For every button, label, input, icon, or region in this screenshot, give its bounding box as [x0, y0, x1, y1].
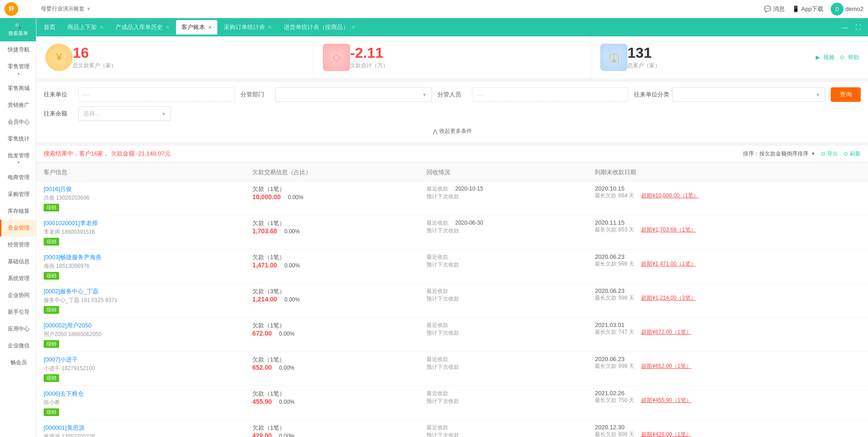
tab-customer-account[interactable]: 客户账本 ✕ [176, 20, 217, 35]
overdue-amount-link[interactable]: 超期¥652.00（1笔） [641, 363, 691, 369]
filter-area: 往来单位 ··· 分管部门 ▼ [36, 82, 868, 142]
cell-customer-6: [0006]去下粮仓 陈小希 现销 [36, 386, 245, 420]
overdue-days: 最长欠款 853 天 超期¥1,703.68（1笔） [595, 226, 861, 234]
due-date: 2020.06.23 [595, 287, 861, 294]
help-label[interactable]: 帮助 [848, 54, 859, 61]
overdue-amount-link[interactable]: 超期¥429.00（1笔） [641, 431, 691, 437]
overdue-amount-link[interactable]: 超期¥672.00（1笔） [641, 329, 691, 335]
sidebar-item-ops[interactable]: 经营管理 [0, 236, 36, 253]
stat-total-customers-text: 131 总客户（家） [627, 45, 660, 70]
col-customer-info: 客户信息 [36, 164, 245, 181]
view-label[interactable]: 视频 [823, 54, 834, 61]
tab-product-shelf-close[interactable]: ✕ [100, 25, 104, 30]
customer-name-link[interactable]: [0007]小进干 [44, 356, 78, 363]
stat-view-help: ▶ 视频 ⊙ 帮助 [816, 54, 859, 61]
cell-recovery-6: 最近收款 预计下次收款 [419, 386, 588, 420]
debt-amount[interactable]: 1,471.00 [252, 261, 277, 269]
tab-minimize-btn[interactable]: — [841, 23, 850, 32]
search-button[interactable]: 查询 [831, 87, 861, 102]
table-row: [000001]黄思源 黄思源 13552700226 现销 欠款（1笔） 42… [36, 420, 868, 437]
overdue-amount-link[interactable]: 超期¥1,703.68（1笔） [641, 226, 696, 233]
tab-inventory-stats[interactable]: 进货单统计表（按商品） ✕ [278, 20, 361, 35]
overdue-amount-link[interactable]: 超期¥455.90（1笔） [641, 397, 691, 403]
debt-amount[interactable]: 1,214.00 [252, 296, 277, 303]
filter-manager-input[interactable]: ··· [472, 87, 629, 102]
sidebar-item-apps[interactable]: 应用中心 [0, 321, 36, 337]
debt-amount[interactable]: 672.00 [252, 330, 272, 337]
sidebar-item-newbie[interactable]: 新手引导 [0, 304, 36, 321]
tab-purchase-order-label: 采购订单统计表 [224, 23, 265, 31]
sidebar-item-purchase[interactable]: 采购管理 [0, 186, 36, 203]
overdue-amount-link[interactable]: 超期¥1,471.00（1笔） [641, 261, 696, 267]
tab-product-history[interactable]: 产成品入库单历史 ✕ [110, 20, 175, 35]
sidebar-item-retail-stats[interactable]: 零售统计 [0, 131, 36, 147]
message-btn[interactable]: 💬 消息 [764, 5, 785, 13]
table-row: [0006]去下粮仓 陈小希 现销 欠款（1笔） 455.90 0.00% 最近… [36, 386, 868, 420]
recovery-last-payment: 最近收款 [426, 321, 581, 329]
sidebar-item-batch-mgmt[interactable]: 批发管理 ▼ [0, 147, 36, 169]
sidebar-item-basic[interactable]: 基础信息 [0, 253, 36, 270]
sidebar-item-marketing[interactable]: 营销推广 [0, 97, 36, 114]
debt-amount[interactable]: 10,000.00 [252, 193, 281, 201]
cell-recovery-1: 最近收款 2020-06-30 预计下次收款 [419, 216, 588, 250]
sidebar-item-retail-mgmt[interactable]: 零售管理 ▲ [0, 58, 36, 80]
help-toggle: ⊙ 帮助 [840, 54, 859, 61]
app-download-btn[interactable]: 📱 App下载 [792, 5, 823, 13]
app-icon: 📱 [792, 5, 799, 12]
sidebar-item-quick-nav[interactable]: 快捷导航 [0, 41, 36, 58]
cell-due-6: 2021.02.26 最长欠款 750 天 超期¥455.90（1笔） [587, 386, 868, 420]
sidebar-item-ecommerce[interactable]: 电商管理 [0, 169, 36, 186]
user-menu[interactable]: D demo2 [831, 3, 863, 15]
debt-amount[interactable]: 1,703.68 [252, 227, 277, 235]
sidebar-item-member[interactable]: 会员中心 [0, 114, 36, 131]
filter-customer-input[interactable]: ··· [78, 87, 235, 102]
sidebar-item-wechat[interactable]: 企业微信 [0, 337, 36, 354]
customer-name-link[interactable]: [0006]去下粮仓 [44, 390, 84, 397]
sidebar-item-vip[interactable]: 畅会员 [0, 354, 36, 371]
sidebar-item-enterprise[interactable]: 企业协同 [0, 287, 36, 304]
filter-department-select[interactable]: ▼ [275, 87, 432, 102]
customer-name-link[interactable]: [0002]服务中心_丁磊 [44, 288, 99, 295]
export-btn[interactable]: ⊙ 导出 [821, 150, 838, 158]
cell-due-0: 2020.10.15 最长欠款 884 天 超期¥10,000.00（1笔） [587, 181, 868, 216]
sidebar-item-inventory[interactable]: 库存核算 [0, 203, 36, 220]
store-selector[interactable]: 母婴行业演示账套 ▼ [41, 5, 764, 13]
debt-amount[interactable]: 429.00 [252, 432, 272, 437]
tab-home[interactable]: 首页 [38, 20, 61, 35]
tab-customer-account-label: 客户账本 [181, 23, 205, 31]
chevron-down-balance: ▼ [161, 111, 166, 116]
table-body: [0016]吕俊 吕俊 13026203696 现销 欠款（1笔） 10,000… [36, 181, 868, 437]
customer-name-link[interactable]: [0016]吕俊 [44, 186, 72, 192]
filter-balance-select[interactable]: 选择... ▼ [78, 106, 171, 121]
overdue-days: 最长欠款 998 天 超期¥1,214.00（3笔） [595, 294, 861, 302]
stats-bar: ¥ 16 总欠款客户（家） ◇ -2.11 欠款合计（万） [36, 36, 868, 78]
customer-name-link[interactable]: [000001]黄思源 [44, 424, 85, 431]
sidebar-item-finance[interactable]: 资金管理 [0, 220, 36, 236]
tab-purchase-order-close[interactable]: ✕ [268, 25, 272, 30]
sidebar-item-system[interactable]: 系统管理 [0, 270, 36, 287]
filter-customer-type-select[interactable]: ▼ [672, 87, 825, 102]
customer-name-link[interactable]: [0001020001]李老师 [44, 220, 98, 226]
tab-purchase-order[interactable]: 采购订单统计表 ✕ [218, 20, 277, 35]
batch-mgmt-label: 批发管理 [8, 152, 30, 160]
tab-customer-account-close[interactable]: ✕ [208, 25, 212, 30]
debt-amount[interactable]: 455.90 [252, 398, 272, 405]
collapse-filters-btn[interactable]: ⋀ 收起更多条件 [44, 126, 861, 137]
tab-inventory-stats-close[interactable]: ✕ [351, 25, 356, 30]
tab-product-shelf[interactable]: 商品上下架 ✕ [62, 20, 109, 35]
sort-select[interactable]: 排序：按欠款金额倒序排序 ▼ [743, 150, 815, 158]
results-debt-summary: 欠款金额 -21,148.07元 [111, 150, 171, 157]
refresh-btn[interactable]: ⊙ 刷新 [843, 150, 861, 158]
sidebar-item-retail-mall[interactable]: 零售商城 [0, 80, 36, 97]
message-label: 消息 [773, 5, 785, 13]
overdue-amount-link[interactable]: 超期¥1,214.00（3笔） [641, 295, 696, 301]
debt-count: 欠款（1笔） [252, 390, 285, 398]
debt-amount[interactable]: 652.00 [252, 364, 272, 371]
customer-name-link[interactable]: [000002]用户2050 [44, 322, 92, 329]
cell-recovery-0: 最近收款 2020-10-15 预计下次收款 [419, 181, 588, 216]
tab-maximize-btn[interactable]: ⛶ [853, 23, 863, 32]
overdue-amount-link[interactable]: 超期¥10,000.00（1笔） [641, 192, 699, 199]
tab-product-history-close[interactable]: ✕ [166, 25, 170, 30]
customer-name-link[interactable]: [0003]畅捷服务尹海燕 [44, 254, 101, 261]
sidebar-search[interactable]: 🔍 搜索菜单 [0, 18, 36, 41]
